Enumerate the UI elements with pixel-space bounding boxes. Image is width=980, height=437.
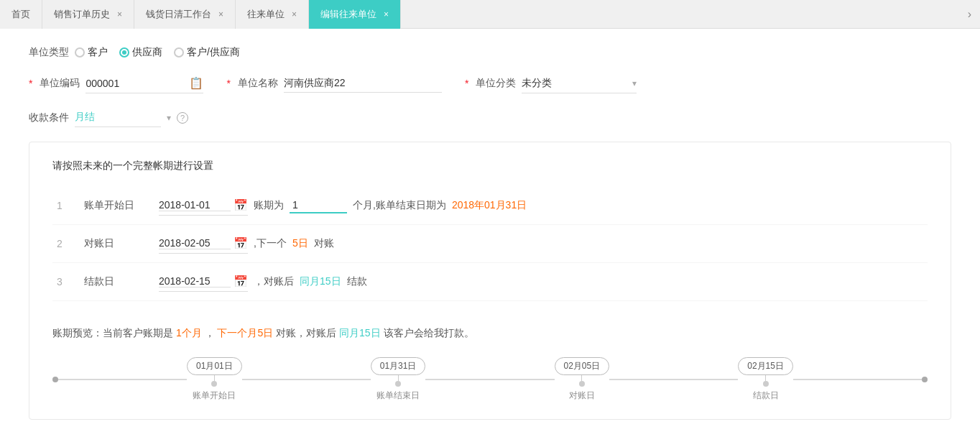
category-required: * <box>465 78 468 89</box>
step-3-date-input[interactable] <box>159 275 231 288</box>
code-required: * <box>29 78 32 89</box>
name-label: 单位名称 <box>238 77 278 90</box>
name-required: * <box>226 78 230 89</box>
timeline-container: 01月01日 账单开始日 01月31日 账单结束日 02月05日 <box>52 357 928 402</box>
radio-customer-circle <box>75 47 85 58</box>
step-3-highlight: 同月15日 <box>300 275 341 288</box>
tab-expand-icon[interactable]: › <box>959 8 980 21</box>
step-3-num: 3 <box>52 276 67 288</box>
step-3-row: 3 结款日 📅 ，对账后 同月15日 结款 <box>52 263 928 301</box>
step-2-label: 对账日 <box>84 237 142 250</box>
payment-label: 收款条件 <box>29 111 69 124</box>
payment-select-group: 月结 ▾ <box>75 108 171 127</box>
tl-node-2-stem <box>398 375 399 381</box>
tl-node-1-label: 账单开始日 <box>193 390 236 402</box>
tab-sales-history-close[interactable]: × <box>117 9 122 19</box>
tab-daily-work-label: 钱货日清工作台 <box>146 8 211 21</box>
step-1-calendar-icon[interactable]: 📅 <box>234 198 248 212</box>
tl-node-2-label: 账单结束日 <box>376 390 420 402</box>
tab-home-label: 首页 <box>11 8 30 21</box>
step-2-date-input[interactable] <box>159 237 231 249</box>
step-2-calendar-icon[interactable]: 📅 <box>234 236 248 250</box>
tab-daily-work[interactable]: 钱货日清工作台 × <box>134 0 236 29</box>
tab-bar: 首页 销售订单历史 × 钱货日清工作台 × 往来单位 × 编辑往来单位 × › <box>0 0 980 29</box>
tl-seg-4 <box>793 379 922 380</box>
category-arrow-icon: ▾ <box>632 78 637 88</box>
tl-node-2: 01月31日 账单结束日 <box>371 357 426 402</box>
category-select[interactable]: 未分类 ▾ <box>522 74 637 93</box>
step-3-date-wrapper: 📅 <box>159 272 248 292</box>
tab-counterpart-label: 往来单位 <box>247 8 285 21</box>
tab-home[interactable]: 首页 <box>0 0 42 29</box>
preview-teal: 同月15日 <box>339 327 381 339</box>
main-content: 单位类型 客户 供应商 客户/供应商 * 单位编码 <box>0 29 980 437</box>
radio-customer-label: 客户 <box>88 46 108 59</box>
step-2-suffix: 对账 <box>314 237 334 250</box>
name-input[interactable] <box>284 75 442 93</box>
unit-type-label: 单位类型 <box>29 46 69 59</box>
radio-both-circle <box>174 47 184 58</box>
step-1-row: 1 账单开始日 📅 账期为 个月,账单结束日期为 2018年01月31日 <box>52 187 928 225</box>
code-calendar-icon[interactable]: 📋 <box>189 76 203 90</box>
radio-supplier-label: 供应商 <box>132 46 162 59</box>
tab-counterpart[interactable]: 往来单位 × <box>236 0 309 29</box>
tab-edit-counterpart[interactable]: 编辑往来单位 × <box>309 0 401 29</box>
step-2-prefix: ,下一个 <box>254 237 287 250</box>
payment-dropdown-arrow[interactable]: ▾ <box>167 113 171 123</box>
step-1-input-area: 📅 账期为 个月,账单结束日期为 2018年01月31日 <box>159 196 928 216</box>
unit-type-row: 单位类型 客户 供应商 客户/供应商 <box>29 46 951 59</box>
tl-node-3-stem <box>581 375 582 381</box>
step-3-calendar-icon[interactable]: 📅 <box>234 275 248 288</box>
preview-label: 账期预览：当前客户账期是 <box>52 327 173 339</box>
category-group: * 单位分类 未分类 ▾ <box>465 74 637 93</box>
radio-customer[interactable]: 客户 <box>75 46 108 59</box>
timeline-start-dot <box>52 377 58 382</box>
tl-node-1: 01月01日 账单开始日 <box>187 357 242 402</box>
settings-panel: 请按照未来的一个完整帐期进行设置 1 账单开始日 📅 账期为 个月,账单结束日期… <box>29 142 951 420</box>
tl-node-4-stem <box>765 375 766 381</box>
step-2-highlight: 5日 <box>292 237 308 250</box>
code-input-wrapper: 📋 <box>85 73 203 93</box>
unit-type-radio-group: 客户 供应商 客户/供应商 <box>75 46 240 59</box>
step-2-input-area: 📅 ,下一个 5日 对账 <box>159 234 928 254</box>
step-2-date-wrapper: 📅 <box>159 234 248 254</box>
preview-mid: 对账，对账后 <box>276 327 336 339</box>
step-2-num: 2 <box>52 238 67 249</box>
payment-value[interactable]: 月结 <box>75 108 161 127</box>
tl-node-4-dot <box>763 381 769 387</box>
preview-next: 下一个月5日 <box>217 327 273 339</box>
step-1-mid-text: 账期为 <box>254 199 284 212</box>
tl-node-1-badge: 01月01日 <box>187 357 242 375</box>
tab-sales-history-label: 销售订单历史 <box>54 8 110 21</box>
step-3-input-area: 📅 ，对账后 同月15日 结款 <box>159 272 928 292</box>
tl-node-4-label: 结款日 <box>753 390 779 402</box>
tab-sales-history[interactable]: 销售订单历史 × <box>42 0 134 29</box>
preview-end: 该客户会给我打款。 <box>384 327 474 339</box>
tl-node-1-stem <box>214 375 215 381</box>
step-1-month-input[interactable] <box>290 198 347 213</box>
code-input[interactable] <box>85 78 186 89</box>
preview-1month: 1个月 <box>176 327 202 339</box>
tl-seg-2 <box>425 379 554 380</box>
tab-counterpart-close[interactable]: × <box>292 9 297 19</box>
tl-node-3-dot <box>579 381 585 387</box>
step-1-highlight-date: 2018年01月31日 <box>452 199 527 212</box>
radio-both[interactable]: 客户/供应商 <box>174 46 240 59</box>
code-name-row: * 单位编码 📋 * 单位名称 * 单位分类 未分类 ▾ <box>29 73 951 93</box>
step-1-date-input[interactable] <box>159 199 231 211</box>
step-1-num: 1 <box>52 200 67 211</box>
tl-seg-1 <box>242 379 371 380</box>
step-1-label: 账单开始日 <box>84 199 142 212</box>
tab-edit-counterpart-close[interactable]: × <box>384 9 389 19</box>
name-group: * 单位名称 <box>226 75 441 93</box>
code-group: * 单位编码 📋 <box>29 73 203 93</box>
code-label: 单位编码 <box>40 77 80 90</box>
payment-help-icon[interactable]: ? <box>177 112 188 124</box>
tl-node-4: 02月15日 结款日 <box>738 357 793 402</box>
radio-supplier[interactable]: 供应商 <box>119 46 162 59</box>
tab-daily-work-close[interactable]: × <box>218 9 223 19</box>
tl-node-3-label: 对账日 <box>569 390 595 402</box>
panel-title: 请按照未来的一个完整帐期进行设置 <box>52 160 928 172</box>
step-3-label: 结款日 <box>84 275 142 288</box>
tl-node-3: 02月05日 对账日 <box>555 357 610 402</box>
